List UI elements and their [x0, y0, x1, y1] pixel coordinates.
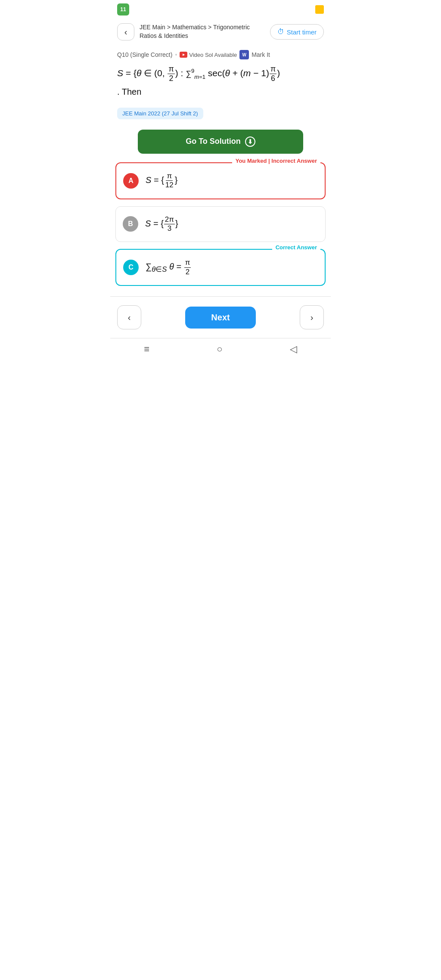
option-a-circle: A: [123, 173, 139, 189]
header: ‹ JEE Main > Mathematics > Trigonometric…: [110, 19, 331, 45]
nav-bar: ‹ Next ›: [110, 296, 331, 338]
question-content: S = {θ ∈ (0, π2) : ∑9m=1 sec(θ + (m − 1)…: [110, 61, 331, 104]
option-c-label: Correct Answer: [272, 244, 320, 251]
solution-download-icon: ⬇: [245, 136, 255, 147]
status-icon-left: 11: [117, 3, 129, 16]
option-a-math: S = {π12}: [146, 172, 177, 190]
question-tag: JEE Main 2022 (27 Jul Shift 2): [117, 108, 203, 119]
option-c-wrapper: Correct Answer C ∑θ∈S θ = π2: [115, 249, 326, 286]
bottom-nav: ≡ ○ ◁: [110, 338, 331, 363]
status-bar: 11: [110, 0, 331, 19]
option-b-card[interactable]: B S = {2π3}: [115, 206, 326, 242]
options-container: You Marked | Incorrect Answer A S = {π12…: [110, 162, 331, 286]
option-c-card[interactable]: C ∑θ∈S θ = π2: [115, 249, 326, 286]
option-b-math: S = {2π3}: [145, 215, 178, 233]
question-formula: S = {θ ∈ (0, π2) : ∑9m=1 sec(θ + (m − 1)…: [117, 65, 324, 84]
home-icon[interactable]: ○: [217, 344, 222, 355]
back-nav-icon[interactable]: ◁: [290, 344, 297, 355]
question-meta: Q10 (Single Correct) • Video Sol Availab…: [110, 45, 331, 61]
video-icon: [180, 52, 187, 58]
video-badge: Video Sol Available: [180, 52, 237, 58]
back-button[interactable]: ‹: [117, 23, 134, 40]
question-then-text: . Then: [117, 87, 141, 96]
menu-icon[interactable]: ≡: [144, 344, 149, 355]
solution-btn-container: Go To Solution ⬇: [110, 126, 331, 162]
option-a-card[interactable]: A S = {π12}: [115, 162, 326, 199]
prev-button[interactable]: ‹: [117, 305, 141, 329]
status-icon-right: [315, 5, 324, 14]
option-c-circle: C: [123, 260, 139, 275]
start-timer-button[interactable]: ⏱ Start timer: [270, 24, 324, 40]
go-to-solution-button[interactable]: Go To Solution ⬇: [138, 130, 303, 154]
next-button[interactable]: Next: [185, 307, 255, 329]
option-c-math: ∑θ∈S θ = π2: [146, 258, 191, 276]
option-a-wrapper: You Marked | Incorrect Answer A S = {π12…: [115, 162, 326, 199]
question-number: Q10 (Single Correct): [117, 51, 172, 58]
tag-container: JEE Main 2022 (27 Jul Shift 2): [110, 104, 331, 126]
option-b-circle: B: [123, 216, 138, 232]
option-a-label: You Marked | Incorrect Answer: [232, 158, 320, 164]
option-b-wrapper: B S = {2π3}: [115, 206, 326, 242]
breadcrumb: JEE Main > Mathematics > Trigonometric R…: [140, 23, 265, 40]
mark-it-text: Mark It: [252, 51, 270, 58]
timer-icon: ⏱: [277, 28, 284, 36]
mark-it-icon[interactable]: W: [239, 50, 249, 59]
forward-button[interactable]: ›: [300, 305, 324, 329]
